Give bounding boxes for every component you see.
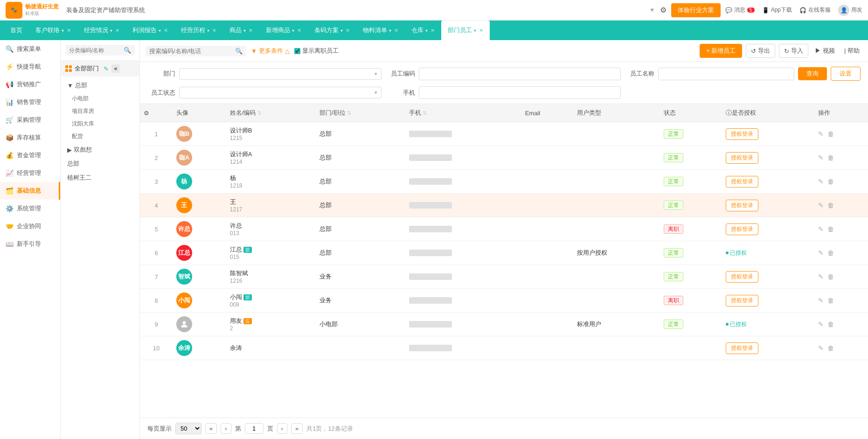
col-dept[interactable]: 部门/职位 <box>316 104 405 122</box>
tab-history[interactable]: 经营历程▾✕ <box>174 21 223 40</box>
edit-icon[interactable]: ✎ <box>818 130 824 138</box>
edit-icon[interactable]: ✎ <box>818 154 824 161</box>
filter-dept-select[interactable]: ▾ <box>179 68 382 80</box>
sidebar-item-collab[interactable]: 🤝 企业协同 <box>0 217 60 235</box>
dept-child-project[interactable]: 项目库房 <box>61 105 139 118</box>
show-resign-checkbox[interactable] <box>294 48 300 54</box>
sidebar-item-finance[interactable]: 💰 资金管理 <box>0 146 60 164</box>
delete-icon[interactable]: 🗑 <box>827 202 834 209</box>
sidebar-item-nav[interactable]: ⚡ 快捷导航 <box>0 58 60 76</box>
auth-button[interactable]: 授权登录 <box>726 176 758 188</box>
more-filter-btn[interactable]: ▼ 更多条件 △ <box>251 47 290 55</box>
auth-button[interactable]: 授权登录 <box>726 342 758 354</box>
dept-collapse-btn[interactable]: « <box>111 64 120 73</box>
filter-phone-input[interactable] <box>419 86 621 99</box>
edit-icon[interactable]: ✎ <box>818 249 824 257</box>
edit-icon[interactable]: ✎ <box>818 202 824 209</box>
app-download-btn[interactable]: 📱 App下载 <box>762 6 792 14</box>
col-name[interactable]: 姓名/编码 <box>226 104 316 122</box>
delete-icon[interactable]: 🗑 <box>827 273 834 280</box>
tab-bom[interactable]: 物料清单▾✕ <box>356 21 405 40</box>
video-button[interactable]: ▶ 视频 <box>812 44 838 57</box>
delete-icon[interactable]: 🗑 <box>827 297 834 304</box>
show-resign-checkbox-area[interactable]: 显示离职员工 <box>294 47 339 55</box>
sidebar-item-system[interactable]: ⚙️ 系统管理 <box>0 200 60 217</box>
next-page-btn[interactable]: › <box>277 423 287 434</box>
filter-status-select[interactable]: ▾ <box>179 87 382 98</box>
sidebar-item-guide[interactable]: 📖 新手引导 <box>0 235 60 253</box>
search-submit-icon[interactable]: 🔍 <box>235 48 243 55</box>
first-page-btn[interactable]: « <box>205 423 217 434</box>
auth-button[interactable]: 授权登录 <box>726 128 758 140</box>
user-menu[interactable]: 👤 用友 <box>838 5 862 16</box>
col-config[interactable]: ⚙ <box>140 104 173 122</box>
reset-button[interactable]: 设置 <box>831 67 861 81</box>
delete-icon[interactable]: 🗑 <box>827 178 834 185</box>
sidebar-item-inventory[interactable]: 📦 库存核算 <box>0 129 60 146</box>
edit-icon[interactable]: ✎ <box>818 297 824 304</box>
prev-page-btn[interactable]: ‹ <box>221 423 231 434</box>
delete-icon[interactable]: 🗑 <box>827 344 834 352</box>
online-service-btn[interactable]: 🎧 在线客服 <box>799 6 831 14</box>
tab-warehouse[interactable]: 仓库▾✕ <box>405 21 441 40</box>
message-btn[interactable]: 💬 消息 5 <box>725 6 755 14</box>
dept-node-zongbu[interactable]: 总部 <box>61 157 139 171</box>
sidebar-item-marketing[interactable]: 📢 营销推广 <box>0 76 60 93</box>
sidebar-item-basic-info[interactable]: 🗂️ 基础信息 <box>0 182 60 200</box>
sidebar-item-sales[interactable]: 📊 销售管理 <box>0 93 60 111</box>
add-employee-button[interactable]: + 新增员工 <box>700 44 742 58</box>
tab-employee[interactable]: 部门员工▾✕ <box>441 21 490 40</box>
delete-icon[interactable]: 🗑 <box>827 249 834 257</box>
dept-search-input[interactable] <box>69 47 122 54</box>
auth-button[interactable]: 授权登录 <box>726 223 758 235</box>
dept-search-box[interactable]: 🔍 <box>65 45 135 56</box>
delete-icon[interactable]: 🗑 <box>827 321 834 328</box>
tab-profit[interactable]: 利润报告▾✕ <box>126 21 174 40</box>
auth-button[interactable]: 授权登录 <box>726 295 758 307</box>
delete-icon[interactable]: 🗑 <box>827 225 834 233</box>
dept-node-zhishu[interactable]: 植树王二 <box>61 171 139 185</box>
row-status: 正常 <box>660 146 722 170</box>
help-button[interactable]: | 帮助 <box>841 44 862 57</box>
tab-home[interactable]: 首页 <box>4 21 29 40</box>
query-button[interactable]: 查询 <box>798 67 827 80</box>
emp-search-box[interactable]: 🔍 <box>146 46 246 56</box>
auth-button[interactable]: 授权登录 <box>726 200 758 211</box>
sidebar-item-search[interactable]: 🔍 搜索菜单 <box>0 40 60 58</box>
tab-new-goods[interactable]: 新增商品▾✕ <box>259 21 308 40</box>
dropdown-arrow-icon[interactable]: ▼ <box>649 7 655 14</box>
auth-button[interactable]: 授权登录 <box>726 271 758 283</box>
tab-barcode[interactable]: 条码方案▾✕ <box>308 21 356 40</box>
sidebar-item-purchase[interactable]: 🛒 采购管理 <box>0 111 60 129</box>
sidebar-item-business[interactable]: 📈 经营管理 <box>0 164 60 182</box>
col-phone[interactable]: 手机 <box>405 104 521 122</box>
edit-icon[interactable]: ✎ <box>818 178 824 185</box>
filter-name-input[interactable] <box>658 68 794 80</box>
tab-customer[interactable]: 客户联络▾✕ <box>29 21 77 40</box>
edit-icon[interactable]: ✎ <box>818 321 824 328</box>
edit-icon[interactable]: ✎ <box>818 225 824 233</box>
delete-icon[interactable]: 🗑 <box>827 130 834 138</box>
dept-node-shuang[interactable]: ▶ 双彪想 <box>61 143 139 157</box>
last-page-btn[interactable]: » <box>291 423 303 434</box>
import-button[interactable]: ↻ 导入 <box>779 44 808 58</box>
tab-goods[interactable]: 商品▾✕ <box>223 21 259 40</box>
tab-operation[interactable]: 经营情况▾✕ <box>77 21 126 40</box>
dept-all-item[interactable]: 全部部门 ✎ « <box>61 61 139 77</box>
page-size-select[interactable]: 50 20 100 <box>175 423 201 434</box>
dept-child-distribution[interactable]: 配货 <box>61 130 139 143</box>
dept-node-head[interactable]: ▼ 总部 <box>61 78 139 92</box>
dept-edit-icon[interactable]: ✎ <box>104 65 109 72</box>
filter-code-input[interactable] <box>419 68 621 80</box>
delete-icon[interactable]: 🗑 <box>827 154 834 161</box>
page-input[interactable] <box>245 423 264 434</box>
auth-button[interactable]: 授权登录 <box>726 152 758 164</box>
try-btn[interactable]: 体验行业方案 <box>671 3 721 17</box>
dept-child-shenyang[interactable]: 沈阳大库 <box>61 118 139 130</box>
emp-search-input[interactable] <box>149 48 233 55</box>
dept-child-xiaodian[interactable]: 小电部 <box>61 92 139 105</box>
edit-icon[interactable]: ✎ <box>818 344 824 352</box>
export-button[interactable]: ↺ 导出 <box>746 44 775 58</box>
gear-icon[interactable]: ⚙ <box>660 6 667 14</box>
edit-icon[interactable]: ✎ <box>818 273 824 280</box>
